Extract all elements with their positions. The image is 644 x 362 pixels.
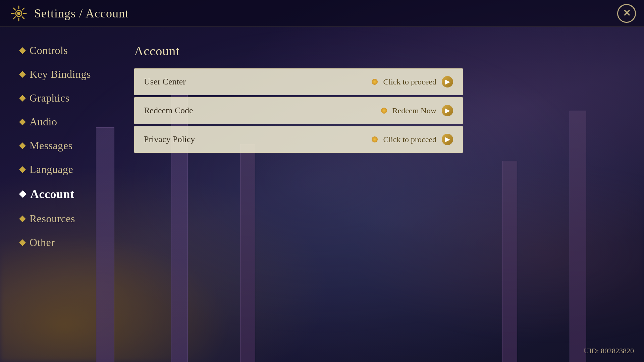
svg-line-8: [13, 17, 15, 19]
sidebar-label-key-bindings: Key Bindings: [30, 68, 91, 80]
sidebar-item-messages[interactable]: Messages: [20, 135, 107, 156]
arrow-right-icon: ▶: [442, 105, 453, 116]
sidebar-label-other: Other: [30, 236, 55, 249]
sidebar: Controls Key Bindings Graphics Audio Mes…: [0, 27, 107, 362]
svg-line-5: [13, 8, 15, 10]
diamond-icon: [19, 95, 26, 102]
user-center-proceed: Click to proceed: [383, 77, 436, 86]
user-center-label: User Center: [144, 77, 186, 87]
sidebar-label-audio: Audio: [30, 116, 57, 128]
sidebar-item-language[interactable]: Language: [20, 159, 107, 180]
diamond-icon: [19, 239, 26, 246]
diamond-icon: [19, 71, 26, 78]
main-content: Account User Center Click to proceed ▶ R…: [107, 27, 644, 362]
sidebar-item-audio[interactable]: Audio: [20, 112, 107, 132]
sidebar-label-messages: Messages: [30, 139, 72, 152]
header: Settings / Account ✕: [0, 0, 644, 27]
sidebar-item-graphics[interactable]: Graphics: [20, 88, 107, 108]
close-button[interactable]: ✕: [617, 4, 636, 23]
gear-icon: [10, 5, 28, 22]
sidebar-label-controls: Controls: [30, 44, 68, 57]
header-title: Settings / Account: [34, 6, 129, 20]
sidebar-item-account[interactable]: Account: [20, 183, 107, 205]
sidebar-label-resources: Resources: [30, 213, 75, 225]
diamond-icon: [19, 47, 26, 54]
user-center-item[interactable]: User Center Click to proceed ▶: [134, 68, 463, 95]
sidebar-label-language: Language: [30, 163, 73, 176]
redeem-code-item[interactable]: Redeem Code Redeem Now ▶: [134, 97, 463, 124]
sidebar-item-resources[interactable]: Resources: [20, 208, 107, 229]
gold-dot-icon: [381, 108, 387, 114]
account-items-list: User Center Click to proceed ▶ Redeem Co…: [134, 68, 463, 153]
svg-line-7: [22, 8, 24, 10]
privacy-policy-label: Privacy Policy: [144, 134, 195, 144]
sidebar-item-controls[interactable]: Controls: [20, 40, 107, 61]
arrow-right-icon: ▶: [442, 134, 453, 145]
svg-line-6: [22, 17, 24, 19]
redeem-code-proceed: Redeem Now: [392, 106, 436, 115]
redeem-code-label: Redeem Code: [144, 106, 193, 116]
active-diamond-icon: [19, 190, 27, 198]
privacy-policy-proceed: Click to proceed: [383, 135, 436, 144]
gold-dot-icon: [372, 136, 378, 142]
sidebar-label-graphics: Graphics: [30, 92, 70, 104]
redeem-code-right: Redeem Now ▶: [381, 105, 453, 116]
svg-point-9: [17, 12, 20, 15]
gold-dot-icon: [372, 79, 378, 85]
arrow-right-icon: ▶: [442, 76, 453, 87]
diamond-icon: [19, 142, 26, 149]
privacy-policy-right: Click to proceed ▶: [372, 134, 453, 145]
sidebar-item-other[interactable]: Other: [20, 232, 107, 253]
privacy-policy-item[interactable]: Privacy Policy Click to proceed ▶: [134, 126, 463, 153]
uid-display: UID: 802823820: [584, 347, 634, 355]
user-center-right: Click to proceed ▶: [372, 76, 453, 87]
diamond-icon: [19, 119, 26, 125]
sidebar-label-account: Account: [30, 187, 74, 201]
section-title: Account: [134, 44, 617, 58]
diamond-icon: [19, 166, 26, 173]
sidebar-item-key-bindings[interactable]: Key Bindings: [20, 64, 107, 84]
diamond-icon: [19, 216, 26, 222]
